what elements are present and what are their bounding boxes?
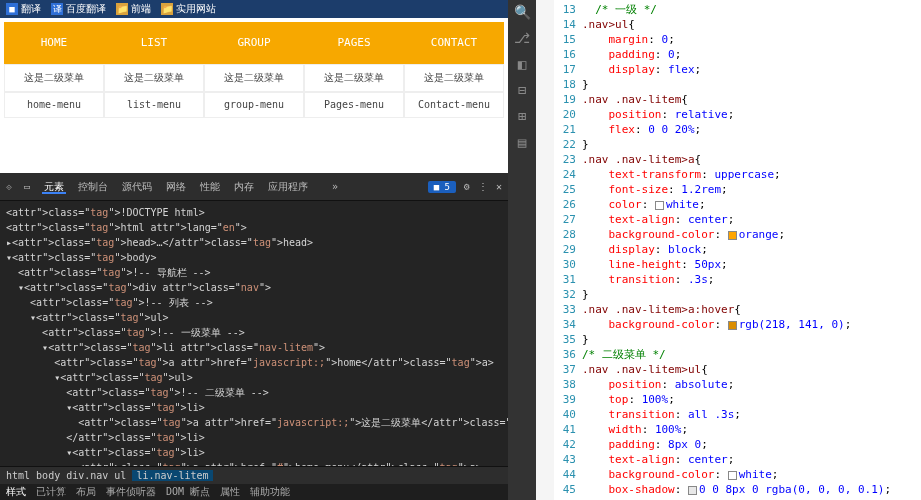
breadcrumb[interactable]: htmlbodydiv.navulli.nav-litem bbox=[0, 466, 508, 484]
styles-tab[interactable]: 布局 bbox=[76, 485, 96, 499]
styles-tab[interactable]: 辅助功能 bbox=[250, 485, 290, 499]
activity-icon[interactable]: ⊟ bbox=[518, 82, 526, 98]
devtools-tabs: ⟐ ▭ 元素控制台源代码网络性能内存应用程序 » ■ 5 ⚙ ⋮ ✕ bbox=[0, 173, 508, 201]
nav-item[interactable]: GROUP这是二级菜单group-menu bbox=[204, 22, 304, 118]
breadcrumb-item[interactable]: html bbox=[6, 470, 30, 481]
devtools-tab[interactable]: 控制台 bbox=[76, 181, 110, 192]
page-preview: HOME这是二级菜单home-menuLIST这是二级菜单list-menuGR… bbox=[0, 18, 508, 173]
breadcrumb-item[interactable]: body bbox=[36, 470, 60, 481]
devtools-tab[interactable]: 元素 bbox=[42, 181, 66, 194]
activity-icon[interactable]: 🔍 bbox=[514, 4, 531, 20]
activity-icon[interactable]: ⎇ bbox=[514, 30, 530, 46]
nav-item[interactable]: HOME这是二级菜单home-menu bbox=[4, 22, 104, 118]
breadcrumb-item[interactable]: div.nav bbox=[66, 470, 108, 481]
breadcrumb-item[interactable]: ul bbox=[114, 470, 126, 481]
devtools-tab[interactable]: 性能 bbox=[198, 181, 222, 192]
bookmark-item[interactable]: 📁前端 bbox=[116, 2, 151, 16]
styles-tab[interactable]: DOM 断点 bbox=[166, 485, 210, 499]
styles-tab[interactable]: 已计算 bbox=[36, 485, 66, 499]
devtools-tab[interactable]: 应用程序 bbox=[266, 181, 310, 192]
editor-content[interactable]: 13 /* 一级 */14.nav>ul{15 margin: 0;16 pad… bbox=[554, 0, 921, 500]
nav-item[interactable]: PAGES这是二级菜单Pages-menu bbox=[304, 22, 404, 118]
kebab-icon[interactable]: ⋮ bbox=[478, 181, 488, 192]
minimap bbox=[536, 0, 554, 500]
css-editor: 13 /* 一级 */14.nav>ul{15 margin: 0;16 pad… bbox=[536, 0, 921, 500]
issues-badge[interactable]: ■ 5 bbox=[428, 181, 456, 193]
activity-icon[interactable]: ⊞ bbox=[518, 108, 526, 124]
devtools-tab[interactable]: 源代码 bbox=[120, 181, 154, 192]
activity-icon[interactable]: ▤ bbox=[518, 134, 526, 150]
bookmark-item[interactable]: ■翻译 bbox=[6, 2, 41, 16]
activity-icon[interactable]: ◧ bbox=[518, 56, 526, 72]
devtools-tab[interactable]: 内存 bbox=[232, 181, 256, 192]
styles-tab[interactable]: 事件侦听器 bbox=[106, 485, 156, 499]
devtools-tab[interactable]: 网络 bbox=[164, 181, 188, 192]
close-icon[interactable]: ✕ bbox=[496, 181, 502, 192]
bookmark-item[interactable]: 译百度翻译 bbox=[51, 2, 106, 16]
breadcrumb-item[interactable]: li.nav-litem bbox=[132, 470, 212, 481]
nav-item[interactable]: CONTACT这是二级菜单Contact-menu bbox=[404, 22, 504, 118]
styles-tab[interactable]: 样式 bbox=[6, 485, 26, 499]
more-tabs[interactable]: » bbox=[332, 181, 338, 192]
nav-item[interactable]: LIST这是二级菜单list-menu bbox=[104, 22, 204, 118]
bookmarks-bar: ■翻译译百度翻译📁前端📁实用网站 bbox=[0, 0, 508, 18]
devtools: ⟐ ▭ 元素控制台源代码网络性能内存应用程序 » ■ 5 ⚙ ⋮ ✕ <attr… bbox=[0, 173, 508, 500]
styles-tabs[interactable]: 样式已计算布局事件侦听器DOM 断点属性辅助功能 bbox=[0, 484, 508, 500]
elements-tree[interactable]: <attr">class="tag">!DOCTYPE html><attr">… bbox=[0, 201, 508, 466]
gear-icon[interactable]: ⚙ bbox=[464, 181, 470, 192]
styles-tab[interactable]: 属性 bbox=[220, 485, 240, 499]
inspect-icon[interactable]: ⟐ bbox=[6, 181, 12, 192]
activity-bar: 🔍⎇◧⊟⊞▤ bbox=[508, 0, 536, 500]
device-icon[interactable]: ▭ bbox=[24, 181, 30, 192]
bookmark-item[interactable]: 📁实用网站 bbox=[161, 2, 216, 16]
